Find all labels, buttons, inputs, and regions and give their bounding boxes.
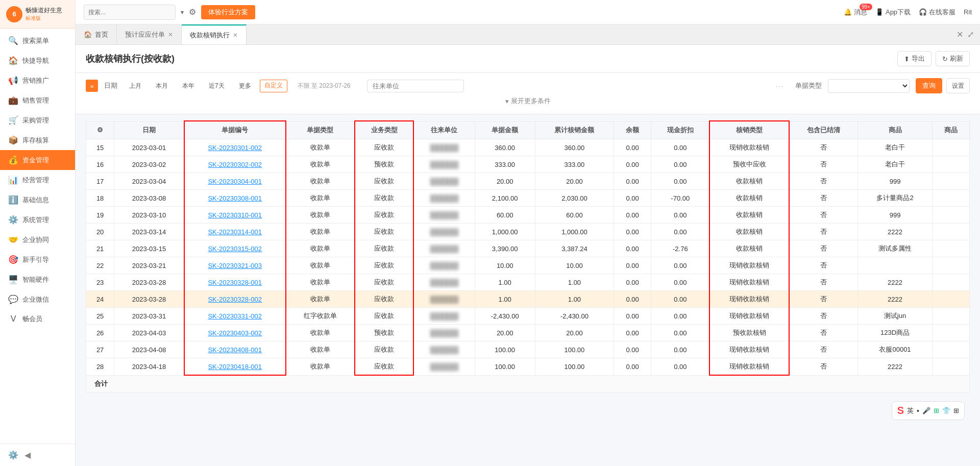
app-icon[interactable]: ⊞ <box>953 407 959 414</box>
cell-product2 <box>932 224 969 240</box>
cell-cash-discount: 0.00 <box>651 224 710 240</box>
cell-date: 2023-03-28 <box>114 274 184 291</box>
tab-prepay-close[interactable]: ✕ <box>168 31 173 38</box>
cell-product1: 衣服00001 <box>858 341 932 358</box>
sidebar-item-shortcuts[interactable]: 🏠快捷导航 <box>0 51 75 70</box>
col-bill-no: 单据编号 <box>184 121 286 139</box>
col-product1: 商品 <box>858 121 932 139</box>
partner-input[interactable] <box>367 80 464 92</box>
table-area: ⚙ 日期 单据编号 单据类型 业务类型 往来单位 单据金额 累计核销金额 余额 … <box>76 114 980 466</box>
cell-total-cancel: 10.00 <box>535 257 614 274</box>
cell-included: 否 <box>789 190 858 207</box>
topbar: ▾ ⚙ 体验行业方案 🔔 消息 99+ 📱 App下载 🎧 在线客服 Rit <box>76 0 980 24</box>
tab-prepay[interactable]: 预计应应付单 ✕ <box>117 24 182 44</box>
col-product2: 商品 <box>932 121 969 139</box>
table-header-row: ⚙ 日期 单据编号 单据类型 业务类型 往来单位 单据金额 累计核销金额 余额 … <box>86 121 970 139</box>
sidebar-item-inventory[interactable]: 📦库存核算 <box>0 130 75 150</box>
cell-num: 25 <box>86 308 114 325</box>
cell-product2 <box>932 240 969 257</box>
phone-icon: 📱 <box>875 8 884 16</box>
tab-close-btn[interactable]: ✕ <box>957 30 963 39</box>
sidebar-item-operations[interactable]: 📊经营管理 <box>0 170 75 190</box>
sidebar-item-sales[interactable]: 💼销售管理 <box>0 90 75 110</box>
sidebar: 6 畅慷道好生意 标准版 🔍搜索菜单🏠快捷导航📢营销推广💼销售管理🛒采购管理📦库… <box>0 0 76 466</box>
cell-balance: 0.00 <box>614 325 651 341</box>
sidebar-item-system[interactable]: ⚙️系统管理 <box>0 210 75 230</box>
cell-cancel-type: 现销收款核销 <box>709 341 789 358</box>
settings-button[interactable]: 设置 <box>946 78 970 93</box>
cell-num: 26 <box>86 325 114 341</box>
user-avatar[interactable]: Rit <box>964 8 972 16</box>
english-icon[interactable]: 英 <box>907 406 914 415</box>
dot-icon[interactable]: • <box>917 407 919 415</box>
cell-balance: 0.00 <box>614 358 651 376</box>
cell-cancel-type: 现销收款核销 <box>709 308 789 325</box>
expand-more-btn[interactable]: ▾ 展开更多条件 <box>505 96 551 106</box>
sidebar-item-wechat[interactable]: 💬企业微信 <box>0 289 75 309</box>
col-settings[interactable]: ⚙ <box>86 121 114 139</box>
table-row: 20 2023-03-14 SK-20230314-001 收款单 应收款 ██… <box>86 224 970 240</box>
cell-cash-discount: -70.00 <box>651 190 710 207</box>
table-row: 23 2023-03-28 SK-20230328-001 收款单 应收款 ██… <box>86 274 970 291</box>
cell-bill-type: 收款单 <box>286 139 355 156</box>
purchase-icon: 🛒 <box>8 115 18 125</box>
industry-solution-button[interactable]: 体验行业方案 <box>201 5 255 19</box>
table-row: 24 2023-03-28 SK-20230328-002 收款单 应收款 ██… <box>86 291 970 308</box>
collapse-icon[interactable]: ◀ <box>24 450 31 460</box>
topbar-right: 🔔 消息 99+ 📱 App下载 🎧 在线客服 Rit <box>844 8 972 17</box>
gear-icon[interactable]: ⚙ <box>189 7 196 17</box>
sidebar-item-enterprise[interactable]: 🤝企业协同 <box>0 230 75 250</box>
tab-home[interactable]: 🏠 首页 <box>76 24 117 44</box>
sidebar-item-search[interactable]: 🔍搜索菜单 <box>0 31 75 51</box>
tab-collection[interactable]: 收款核销执行 ✕ <box>182 24 247 44</box>
cell-included: 否 <box>789 173 858 190</box>
sidebar-item-guide[interactable]: 🎯新手引导 <box>0 250 75 269</box>
cell-num: 17 <box>86 173 114 190</box>
sidebar-item-finance[interactable]: 💰资金管理 <box>0 150 75 170</box>
refresh-button[interactable]: ↻ 刷新 <box>936 51 970 66</box>
bill-type-label: 单据类型 <box>795 81 822 90</box>
app-download-btn[interactable]: 📱 App下载 <box>875 8 911 17</box>
mic-icon[interactable]: 🎤 <box>922 407 930 414</box>
date-chip-last-month[interactable]: 上月 <box>124 80 147 92</box>
tab-collection-close[interactable]: ✕ <box>233 32 238 39</box>
date-chip-this-year[interactable]: 本年 <box>177 80 200 92</box>
cell-amount: 100.00 <box>475 358 535 376</box>
tab-expand-btn[interactable]: ⤢ <box>967 30 974 39</box>
cell-included: 否 <box>789 257 858 274</box>
sidebar-item-marketing[interactable]: 📢营销推广 <box>0 70 75 90</box>
date-chip-7days[interactable]: 近7天 <box>203 80 230 92</box>
sidebar-item-hardware[interactable]: 🖥️智能硬件 <box>0 269 75 289</box>
table-row: 22 2023-03-21 SK-20230321-003 收款单 应收款 ██… <box>86 257 970 274</box>
shirt-icon[interactable]: 👕 <box>942 407 950 414</box>
date-chip-this-month[interactable]: 本月 <box>150 80 174 92</box>
export-button[interactable]: ⬆ 导出 <box>897 51 932 66</box>
cell-bill-type: 收款单 <box>286 257 355 274</box>
online-service-btn[interactable]: 🎧 在线客服 <box>919 8 955 17</box>
cell-total-cancel: 100.00 <box>535 341 614 358</box>
cell-included: 否 <box>789 139 858 156</box>
cell-total-cancel: 100.00 <box>535 358 614 376</box>
sidebar-item-basic[interactable]: ℹ️基础信息 <box>0 190 75 210</box>
date-chip-more[interactable]: 更多 <box>233 80 257 92</box>
query-button[interactable]: 查询 <box>916 78 942 93</box>
bill-type-select[interactable] <box>828 79 910 93</box>
cell-biz-type: 应收款 <box>355 257 413 274</box>
sidebar-item-member[interactable]: V畅会员 <box>0 309 75 329</box>
wechat-icon: 💬 <box>8 295 18 304</box>
dropdown-arrow[interactable]: ▾ <box>181 9 184 16</box>
cell-date: 2023-03-31 <box>114 308 184 325</box>
date-chip-custom[interactable]: 自定义 <box>260 80 287 92</box>
cell-bill-no: SK-20230304-001 <box>184 173 286 190</box>
filter-collapse-btn[interactable]: » <box>86 80 98 92</box>
sidebar-item-purchase[interactable]: 🛒采购管理 <box>0 110 75 130</box>
settings-icon[interactable]: ⚙️ <box>8 450 18 460</box>
cell-cancel-type: 收款核销 <box>709 173 789 190</box>
cell-partner: ██████ <box>413 190 475 207</box>
search-input[interactable] <box>84 5 176 20</box>
notification-btn[interactable]: 🔔 消息 99+ <box>844 8 867 17</box>
grid-icon[interactable]: ⊞ <box>934 407 939 414</box>
guide-icon: 🎯 <box>8 255 18 264</box>
shuang-icon[interactable]: S <box>897 405 904 416</box>
cell-included: 否 <box>789 156 858 173</box>
